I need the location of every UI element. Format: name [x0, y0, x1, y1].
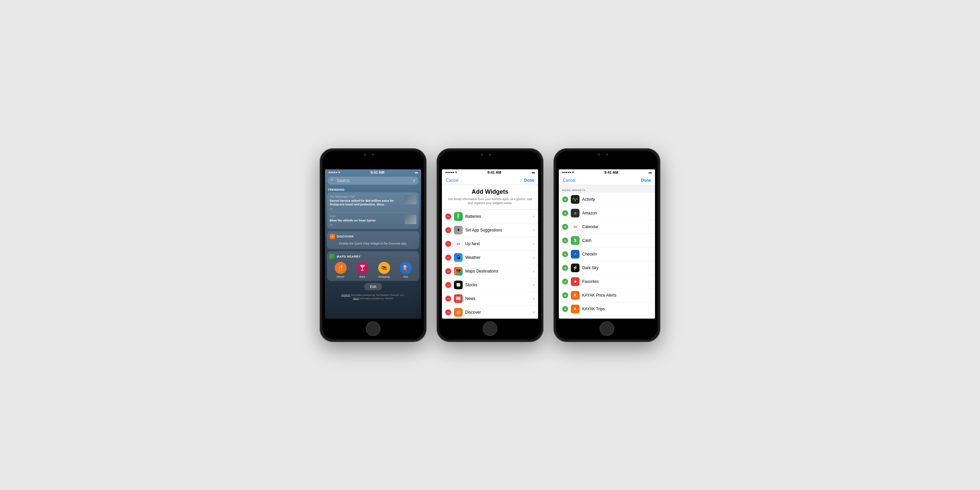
activity-name-3: Activity — [582, 197, 652, 202]
drag-handle-batteries[interactable]: ≡ — [533, 215, 535, 218]
news-text-2: CNN Blow the whistle on Sean Spicer 3h — [330, 215, 402, 226]
more-darksky: + ⚡ Dark Sky — [559, 261, 655, 275]
done-button-2[interactable]: Done — [524, 178, 534, 183]
discover-desc: Enable the Quick View Widget in the Disc… — [330, 240, 417, 247]
calendar-name-3: Calendar — [582, 224, 652, 229]
maps-dest-name: Maps Destinations — [465, 269, 530, 274]
kayak-trips-icon: K — [571, 305, 579, 313]
widget-maps-dest: − 🗺 Maps Destinations ≡ — [442, 264, 538, 278]
checkin-name: CheckIn — [582, 252, 652, 256]
remove-weather[interactable]: − — [445, 255, 451, 261]
discover-name: Discover — [465, 310, 530, 315]
news-thumb-2 — [404, 215, 417, 224]
stocks-name: Stocks — [465, 283, 530, 287]
add-favorites[interactable]: + — [562, 278, 568, 285]
news-time-2: 3h — [330, 223, 402, 226]
activity-icon-3 — [571, 195, 579, 204]
cancel-button-3[interactable]: Cancel — [563, 178, 575, 183]
amazon-name-3: Amazon — [582, 211, 652, 215]
drag-handle-news[interactable]: ≡ — [533, 297, 535, 301]
add-kayak-trips[interactable]: + — [562, 306, 568, 312]
stock-link[interactable]: Stock — [353, 297, 359, 300]
battery-2: ▬ — [532, 171, 535, 174]
widget-list-2: MORE WIDGETS + Activity + a Amazon — [559, 185, 655, 318]
favorites-icon: ★ — [571, 277, 579, 286]
status-time-2: 9:41 AM — [487, 170, 501, 174]
home-button-2[interactable] — [483, 321, 497, 336]
more-activity-3: + Activity — [559, 193, 655, 207]
widget-weather: − 🌤 Weather ≡ — [442, 251, 538, 264]
done-button-3[interactable]: Done — [641, 178, 651, 183]
widget-upnext: − 22 Up Next ≡ — [442, 237, 538, 251]
batteries-icon: 🔋 — [454, 212, 463, 221]
cash-name-3: Cash — [582, 238, 652, 243]
widget-list: − 🔋 Batteries ≡ − ✦ Siri App Suggestions… — [442, 210, 538, 319]
news-text-1: The Washington Post Secret Service asked… — [330, 195, 402, 210]
remove-batteries[interactable]: − — [445, 213, 451, 220]
batteries-name: Batteries — [465, 214, 530, 219]
maps-item-gas[interactable]: ⛽ Gas — [400, 262, 412, 278]
mic-icon: 🎙 — [412, 179, 416, 183]
svg-point-1 — [571, 195, 579, 204]
edit-button[interactable]: Edit — [364, 283, 382, 290]
more-favorites: + ★ Favorites — [559, 275, 655, 289]
remove-stocks[interactable]: − — [445, 282, 451, 288]
remove-news[interactable]: − — [445, 296, 451, 302]
add-activity-3[interactable]: + — [562, 196, 568, 202]
wifi-2: ▾ — [455, 171, 457, 174]
battery-icons: ▬ — [415, 171, 418, 174]
more-calendar-3: + 22 Calendar — [559, 220, 655, 234]
drag-handle-upnext[interactable]: ≡ — [533, 242, 535, 246]
remove-discover[interactable]: − — [445, 309, 451, 315]
news-time-1: 2h — [330, 207, 402, 210]
add-checkin[interactable]: + — [562, 251, 568, 257]
dinner-icon: 🍴 — [335, 262, 347, 274]
remove-upnext[interactable]: − — [445, 241, 451, 247]
widgets-header: Add Widgets Get timely information from … — [442, 185, 538, 210]
drag-handle-weather[interactable]: ≡ — [533, 256, 535, 259]
home-button-1[interactable] — [366, 321, 380, 336]
add-cash-3[interactable]: + — [562, 237, 568, 243]
siri-icon: ✦ — [454, 226, 463, 234]
add-kayak-price[interactable]: + — [562, 292, 568, 298]
drag-handle-discover[interactable]: ≡ — [533, 310, 535, 314]
more-checkin: + ✓ CheckIn — [559, 248, 655, 261]
news-source-2: CNN — [330, 215, 402, 218]
search-icon: 🔍 — [330, 178, 335, 183]
status-bar-2: ●●●●● ▾ 9:41 AM ▬ — [442, 169, 538, 175]
maps-nearby-title: MAPS NEARBY — [337, 255, 361, 258]
drag-handle-maps-dest[interactable]: ≡ — [533, 269, 535, 273]
search-bar[interactable]: 🔍 Search 🎙 — [328, 177, 418, 185]
iphone-widgets: ●●●●● ▾ 9:41 AM ▬ Cancel Done Add Widget… — [437, 148, 543, 342]
news-item-2[interactable]: CNN Blow the whistle on Sean Spicer 3h — [330, 215, 417, 226]
maps-nearby-icon: 📍 — [330, 254, 335, 259]
upnext-name: Up Next — [465, 242, 530, 246]
add-darksky[interactable]: + — [562, 265, 568, 271]
home-button-3[interactable] — [600, 321, 614, 336]
status-bar-1: ●●●●● ▾ 9:41 AM ▬ — [325, 169, 421, 175]
maps-item-shopping[interactable]: 🛍 Shopping — [378, 262, 390, 278]
maps-dest-icon: 🗺 — [454, 267, 463, 275]
widget-discover: − ◎ Discover ≡ — [442, 305, 538, 319]
remove-siri[interactable]: − — [445, 227, 451, 233]
remove-maps-dest[interactable]: − — [445, 268, 451, 274]
news-card: The Washington Post Secret Service asked… — [327, 192, 419, 229]
more-widgets-section-3: MORE WIDGETS — [559, 185, 655, 193]
weather-link[interactable]: Weather — [341, 294, 350, 296]
more-widgets-label-3: MORE WIDGETS — [562, 189, 585, 192]
iphone-today: ●●●●● ▾ 9:41 AM ▬ 🔍 Search 🎙 — [320, 148, 426, 342]
discover-card: ◎ DISCOVER Enable the Quick View Widget … — [327, 231, 419, 249]
add-amazon-3[interactable]: + — [562, 210, 568, 216]
search-input[interactable]: Search — [337, 178, 410, 183]
drag-handle-stocks[interactable]: ≡ — [533, 283, 535, 287]
maps-item-dinner[interactable]: 🍴 Dinner — [335, 262, 347, 278]
news-item-1[interactable]: The Washington Post Secret Service asked… — [330, 195, 417, 213]
widget-stocks: − 📈 Stocks ≡ — [442, 278, 538, 292]
stocks-icon: 📈 — [454, 281, 463, 289]
calendar-icon-3: 22 — [571, 223, 579, 231]
more-amazon-3: + a Amazon — [559, 207, 655, 220]
drag-handle-siri[interactable]: ≡ — [533, 228, 535, 232]
add-calendar-3[interactable]: + — [562, 224, 568, 230]
maps-item-bars[interactable]: 🍸 Bars — [356, 262, 368, 278]
cancel-button-2[interactable]: Cancel — [446, 178, 458, 183]
